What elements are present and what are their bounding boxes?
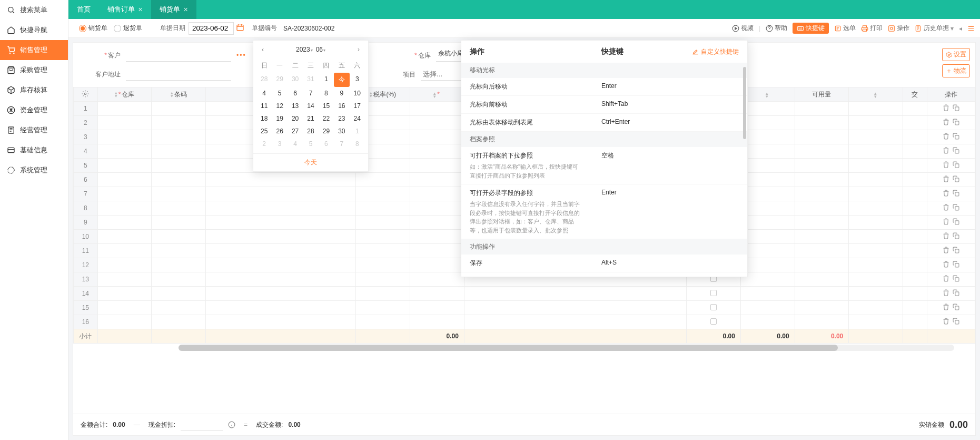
delete-icon[interactable] <box>943 162 949 170</box>
cal-day[interactable]: 18 <box>256 112 272 125</box>
copy-icon[interactable] <box>953 105 959 113</box>
delete-icon[interactable] <box>943 262 949 269</box>
col-s2[interactable]: ▴▾ <box>849 87 903 102</box>
month-select[interactable]: 06▾ <box>316 46 325 53</box>
delete-icon[interactable] <box>943 177 949 184</box>
table-row[interactable]: 15 <box>74 301 975 315</box>
delete-icon[interactable] <box>943 305 949 312</box>
next-month-button[interactable]: › <box>354 45 363 54</box>
cal-day[interactable]: 8 <box>319 87 334 100</box>
project-select[interactable] <box>421 68 463 81</box>
horizontal-scrollbar[interactable] <box>179 345 954 351</box>
col-gear[interactable] <box>74 87 98 102</box>
delete-icon[interactable] <box>943 134 949 141</box>
copy-icon[interactable] <box>953 262 959 269</box>
delete-icon[interactable] <box>943 233 949 241</box>
shortcut-button[interactable]: 快捷键 <box>793 23 829 34</box>
cal-day[interactable]: 20 <box>288 112 303 125</box>
tab-1[interactable]: 销售订单✕ <box>99 0 151 19</box>
date-input[interactable] <box>189 22 234 35</box>
delete-icon[interactable] <box>943 290 949 298</box>
copy-icon[interactable] <box>953 290 959 298</box>
delete-icon[interactable] <box>943 248 949 255</box>
delete-icon[interactable] <box>943 219 949 227</box>
cal-day[interactable]: 9 <box>334 87 349 100</box>
cal-day[interactable]: 5 <box>272 87 287 100</box>
cal-day-other[interactable]: 30 <box>288 73 303 87</box>
col-op[interactable]: 操作 <box>927 87 975 102</box>
panel-scrollbar[interactable] <box>743 67 746 272</box>
cal-day[interactable]: 26 <box>272 125 287 138</box>
cal-day[interactable]: 27 <box>288 125 303 138</box>
cal-day[interactable]: 21 <box>303 112 318 125</box>
cal-day-other[interactable]: 1 <box>350 125 365 138</box>
cal-day[interactable]: 28 <box>303 125 318 138</box>
cal-day[interactable]: 17 <box>350 100 365 112</box>
cal-day-other[interactable]: 7 <box>334 138 349 150</box>
delete-icon[interactable] <box>943 191 949 198</box>
sidebar-item-0[interactable]: 搜索菜单 <box>0 0 68 20</box>
copy-icon[interactable] <box>953 248 959 255</box>
sidebar-item-7[interactable]: 基础信息 <box>0 140 68 160</box>
table-row[interactable]: 14 <box>74 287 975 301</box>
tab-0[interactable]: 首页 <box>68 0 99 19</box>
more-icon[interactable]: ••• <box>236 52 246 59</box>
cal-day[interactable]: 1 <box>319 73 334 87</box>
copy-icon[interactable] <box>953 205 959 212</box>
sidebar-item-8[interactable]: 系统管理 <box>0 160 68 180</box>
sidebar-item-6[interactable]: 经营管理 <box>0 120 68 140</box>
cal-day[interactable]: 11 <box>256 100 272 112</box>
cal-day[interactable]: 14 <box>303 100 318 112</box>
table-row[interactable]: 16 <box>74 315 975 329</box>
sidebar-item-5[interactable]: 资金管理 <box>0 100 68 120</box>
cal-day[interactable]: 今 <box>334 73 349 87</box>
cal-day-other[interactable]: 3 <box>272 138 287 150</box>
sidebar-item-3[interactable]: 采购管理 <box>0 60 68 80</box>
copy-icon[interactable] <box>953 319 959 326</box>
cal-day[interactable]: 4 <box>256 87 272 100</box>
cal-day-other[interactable]: 5 <box>303 138 318 150</box>
cal-day-other[interactable]: 8 <box>350 138 365 150</box>
cal-day-other[interactable]: 28 <box>256 73 272 87</box>
copy-icon[interactable] <box>953 219 959 227</box>
col-warehouse[interactable]: ▴▾*仓库 <box>97 87 152 102</box>
delete-icon[interactable] <box>943 319 949 326</box>
info-icon[interactable] <box>228 421 235 428</box>
cal-day-other[interactable]: 6 <box>319 138 334 150</box>
copy-icon[interactable] <box>953 120 959 127</box>
cal-day[interactable]: 6 <box>288 87 303 100</box>
cal-day[interactable]: 22 <box>319 112 334 125</box>
delete-icon[interactable] <box>943 105 949 113</box>
copy-icon[interactable] <box>953 177 959 184</box>
cal-day[interactable]: 10 <box>350 87 365 100</box>
gift-checkbox[interactable] <box>710 304 717 310</box>
col-s1[interactable]: ▴▾ <box>740 87 795 102</box>
cal-day[interactable]: 3 <box>350 73 365 87</box>
cal-day-other[interactable]: 4 <box>288 138 303 150</box>
cal-day-other[interactable]: 29 <box>272 73 287 87</box>
close-icon[interactable]: ✕ <box>138 6 143 13</box>
discount-input[interactable] <box>181 418 223 431</box>
cal-day[interactable]: 24 <box>350 112 365 125</box>
copy-icon[interactable] <box>953 305 959 312</box>
cal-day[interactable]: 25 <box>256 125 272 138</box>
help-link[interactable]: 帮助 <box>766 24 787 33</box>
operate-link[interactable]: 操作 <box>888 24 909 33</box>
calendar-icon[interactable] <box>236 23 244 33</box>
cal-day[interactable]: 13 <box>288 100 303 112</box>
video-link[interactable]: 视频 <box>732 24 754 33</box>
col-barcode[interactable]: ▴▾条码 <box>152 87 206 102</box>
col-deliv[interactable]: 交 <box>903 87 927 102</box>
cal-day[interactable]: 16 <box>334 100 349 112</box>
cal-day-other[interactable]: 2 <box>256 138 272 150</box>
col-avail[interactable]: 可用量 <box>795 87 849 102</box>
customize-shortcuts-link[interactable]: 自定义快捷键 <box>692 47 739 56</box>
settings-button[interactable]: 设置 <box>942 48 970 61</box>
print-link[interactable]: 打印 <box>861 24 883 33</box>
cal-day[interactable]: 7 <box>303 87 318 100</box>
tab-2[interactable]: 销货单✕ <box>151 0 196 19</box>
delete-icon[interactable] <box>943 148 949 155</box>
cal-day[interactable]: 29 <box>319 125 334 138</box>
cal-day[interactable]: 30 <box>334 125 349 138</box>
gift-checkbox[interactable] <box>710 318 717 325</box>
